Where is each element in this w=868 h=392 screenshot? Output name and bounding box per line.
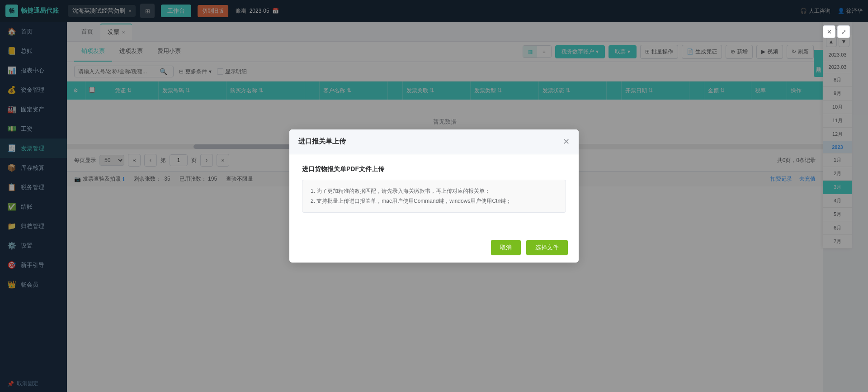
modal-tip1: 1. 为了更加精准的数据匹配，请先录入海关缴款书，再上传对应的报关单； — [311, 186, 557, 196]
modal-header: 进口报关单上传 ✕ — [289, 129, 579, 154]
modal-cancel-button[interactable]: 取消 — [491, 240, 521, 255]
resize-window-button[interactable]: ⤢ — [837, 25, 850, 38]
modal-overlay[interactable]: 进口报关单上传 ✕ 进口货物报关单PDF文件上传 1. 为了更加精准的数据匹配，… — [0, 0, 868, 392]
select-file-button[interactable]: 选择文件 — [526, 240, 568, 255]
modal-tips-box: 1. 为了更加精准的数据匹配，请先录入海关缴款书，再上传对应的报关单； 2. 支… — [302, 180, 566, 213]
modal-footer: 取消 选择文件 — [289, 233, 579, 263]
modal-body: 进口货物报关单PDF文件上传 1. 为了更加精准的数据匹配，请先录入海关缴款书，… — [289, 154, 579, 233]
modal-title: 进口报关单上传 — [298, 137, 346, 146]
modal-dialog: 进口报关单上传 ✕ 进口货物报关单PDF文件上传 1. 为了更加精准的数据匹配，… — [289, 129, 579, 263]
modal-section-title: 进口货物报关单PDF文件上传 — [302, 165, 566, 173]
close-window-button[interactable]: ✕ — [823, 25, 835, 38]
modal-close-button[interactable]: ✕ — [563, 137, 570, 147]
modal-tip2: 2. 支持批量上传进口报关单，mac用户使用Command键，windows用户… — [311, 196, 557, 206]
window-controls: ✕ ⤢ — [823, 25, 850, 38]
